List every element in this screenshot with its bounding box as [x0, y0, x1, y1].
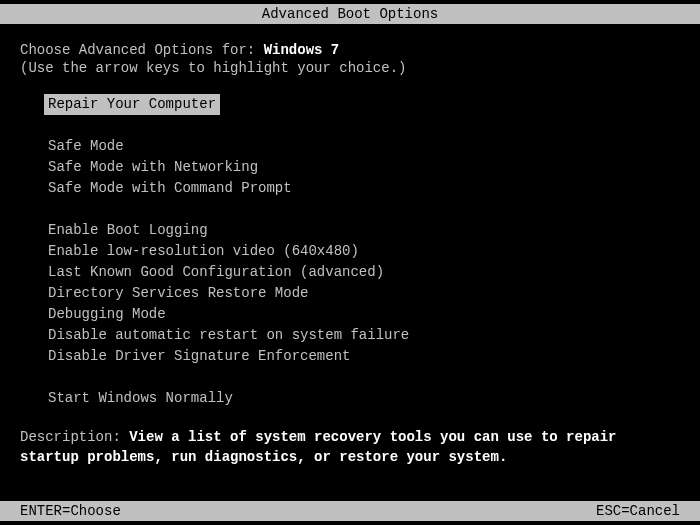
option-low-res-video[interactable]: Enable low-resolution video (640x480)	[48, 241, 680, 262]
group-gap	[48, 115, 680, 136]
footer-esc: ESC=Cancel	[596, 503, 680, 519]
intro-line: Choose Advanced Options for: Windows 7	[20, 42, 680, 58]
option-boot-logging[interactable]: Enable Boot Logging	[48, 220, 680, 241]
option-disable-driver-sig[interactable]: Disable Driver Signature Enforcement	[48, 346, 680, 367]
option-directory-services[interactable]: Directory Services Restore Mode	[48, 283, 680, 304]
description-block: Description: View a list of system recov…	[20, 427, 680, 467]
option-last-known-good[interactable]: Last Known Good Configuration (advanced)	[48, 262, 680, 283]
option-safe-mode-cmd[interactable]: Safe Mode with Command Prompt	[48, 178, 680, 199]
title-text: Advanced Boot Options	[262, 6, 438, 22]
title-bar: Advanced Boot Options	[0, 4, 700, 24]
footer-bar: ENTER=Choose ESC=Cancel	[0, 501, 700, 521]
group-gap	[48, 199, 680, 220]
intro-prefix: Choose Advanced Options for:	[20, 42, 264, 58]
option-disable-auto-restart[interactable]: Disable automatic restart on system fail…	[48, 325, 680, 346]
option-repair-your-computer[interactable]: Repair Your Computer	[44, 94, 220, 115]
description-label: Description:	[20, 429, 129, 445]
group-gap	[48, 367, 680, 388]
hint-line: (Use the arrow keys to highlight your ch…	[20, 60, 680, 76]
option-debugging-mode[interactable]: Debugging Mode	[48, 304, 680, 325]
option-safe-mode-networking[interactable]: Safe Mode with Networking	[48, 157, 680, 178]
options-list: Repair Your Computer Safe Mode Safe Mode…	[20, 94, 680, 409]
option-start-normally[interactable]: Start Windows Normally	[48, 388, 680, 409]
os-name: Windows 7	[264, 42, 340, 58]
content-area: Choose Advanced Options for: Windows 7 (…	[0, 24, 700, 467]
footer-enter: ENTER=Choose	[20, 503, 121, 519]
option-safe-mode[interactable]: Safe Mode	[48, 136, 680, 157]
